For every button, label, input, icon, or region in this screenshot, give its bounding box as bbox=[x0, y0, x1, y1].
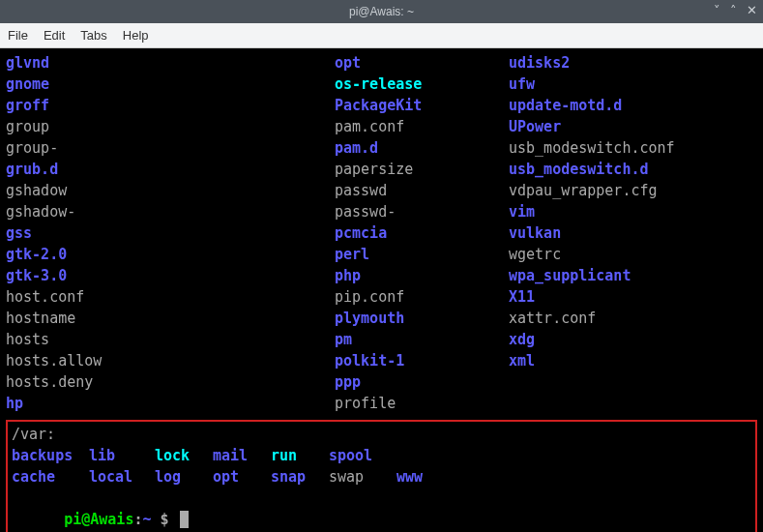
var-entry: local bbox=[89, 466, 155, 488]
ls-entry: usb_modeswitch.conf bbox=[509, 137, 757, 159]
ls-entry: xattr.conf bbox=[509, 308, 757, 329]
var-entry: cache bbox=[12, 466, 89, 488]
ls-entry: pm bbox=[335, 329, 509, 350]
var-entry: spool bbox=[329, 445, 396, 466]
ls-entry: gtk-2.0 bbox=[6, 244, 335, 265]
var-entry: snap bbox=[271, 466, 329, 488]
ls-entry: grub.d bbox=[6, 159, 335, 180]
var-row-1: backupsliblockmailrunspool bbox=[12, 445, 751, 466]
menu-bar: File Edit Tabs Help bbox=[0, 23, 763, 48]
ls-entry bbox=[509, 393, 757, 414]
ls-entry: xml bbox=[509, 350, 757, 371]
ls-entry: pip.conf bbox=[335, 286, 509, 308]
ls-entry: vim bbox=[509, 201, 757, 222]
menu-tabs[interactable]: Tabs bbox=[80, 28, 106, 43]
ls-entry: usb_modeswitch.d bbox=[509, 159, 757, 180]
ls-entry: group bbox=[6, 116, 335, 137]
ls-entry: groff bbox=[6, 95, 335, 116]
var-entry: mail bbox=[213, 445, 271, 466]
ls-entry: ufw bbox=[509, 74, 757, 95]
var-highlight-box: /var: backupsliblockmailrunspool cachelo… bbox=[6, 420, 757, 532]
ls-entry: pam.d bbox=[335, 137, 509, 159]
ls-entry: gss bbox=[6, 222, 335, 244]
ls-entry: gtk-3.0 bbox=[6, 265, 335, 286]
ls-entry: passwd- bbox=[335, 201, 509, 222]
ls-entry: passwd bbox=[335, 180, 509, 201]
menu-help[interactable]: Help bbox=[123, 28, 149, 43]
prompt-path: ~ bbox=[142, 511, 151, 528]
var-entry: run bbox=[271, 445, 329, 466]
ls-entry: polkit-1 bbox=[335, 350, 509, 371]
ls-entry bbox=[509, 371, 757, 393]
window-title-bar: pi@Awais: ~ ˅ ˄ ✕ bbox=[0, 0, 763, 23]
ls-entry: pam.conf bbox=[335, 116, 509, 137]
var-row-2: cachelocallogoptsnapswapwww bbox=[12, 466, 751, 488]
ls-entry: ppp bbox=[335, 371, 509, 393]
var-header: /var: bbox=[12, 424, 751, 445]
ls-entry: gshadow- bbox=[6, 201, 335, 222]
ls-entry: xdg bbox=[509, 329, 757, 350]
var-entry: lib bbox=[89, 445, 155, 466]
close-icon[interactable]: ✕ bbox=[747, 3, 757, 17]
maximize-icon[interactable]: ˄ bbox=[730, 3, 737, 17]
ls-entry: udisks2 bbox=[509, 52, 757, 74]
ls-entry: PackageKit bbox=[335, 95, 509, 116]
terminal-output[interactable]: glvndoptudisks2gnomeos-releaseufwgroffPa… bbox=[0, 48, 763, 532]
ls-entry: wgetrc bbox=[509, 244, 757, 265]
ls-entry: UPower bbox=[509, 116, 757, 137]
var-entry: swap bbox=[329, 466, 396, 488]
prompt-user: pi@Awais bbox=[64, 511, 133, 528]
ls-entry: hostname bbox=[6, 308, 335, 329]
cursor-icon bbox=[180, 511, 189, 528]
ls-entry: update-motd.d bbox=[509, 95, 757, 116]
ls-entry: vulkan bbox=[509, 222, 757, 244]
window-controls: ˅ ˄ ✕ bbox=[714, 3, 757, 17]
ls-entry: wpa_supplicant bbox=[509, 265, 757, 286]
ls-entry: host.conf bbox=[6, 286, 335, 308]
ls-entry: hosts.deny bbox=[6, 371, 335, 393]
ls-entry: os-release bbox=[335, 74, 509, 95]
ls-entry: glvnd bbox=[6, 52, 335, 74]
var-entry: log bbox=[155, 466, 213, 488]
ls-entry: group- bbox=[6, 137, 335, 159]
ls-entry: profile bbox=[335, 393, 509, 414]
var-entry: www bbox=[396, 466, 423, 488]
ls-entry: papersize bbox=[335, 159, 509, 180]
ls-entry: opt bbox=[335, 52, 509, 74]
prompt-line: pi@Awais:~ $ bbox=[12, 488, 751, 532]
window-title: pi@Awais: ~ bbox=[349, 5, 414, 18]
ls-entry: hosts.allow bbox=[6, 350, 335, 371]
ls-entry: plymouth bbox=[335, 308, 509, 329]
ls-listing: glvndoptudisks2gnomeos-releaseufwgroffPa… bbox=[6, 52, 757, 414]
menu-edit[interactable]: Edit bbox=[44, 28, 65, 43]
ls-entry: hosts bbox=[6, 329, 335, 350]
prompt-dollar: $ bbox=[152, 511, 178, 528]
menu-file[interactable]: File bbox=[8, 28, 28, 43]
ls-entry: hp bbox=[6, 393, 335, 414]
ls-entry: perl bbox=[335, 244, 509, 265]
ls-entry: gnome bbox=[6, 74, 335, 95]
ls-entry: php bbox=[335, 265, 509, 286]
var-entry: opt bbox=[213, 466, 271, 488]
minimize-icon[interactable]: ˅ bbox=[714, 3, 720, 17]
var-entry: backups bbox=[12, 445, 89, 466]
ls-entry: vdpau_wrapper.cfg bbox=[509, 180, 757, 201]
ls-entry: gshadow bbox=[6, 180, 335, 201]
var-entry: lock bbox=[155, 445, 213, 466]
ls-entry: pcmcia bbox=[335, 222, 509, 244]
ls-entry: X11 bbox=[509, 286, 757, 308]
